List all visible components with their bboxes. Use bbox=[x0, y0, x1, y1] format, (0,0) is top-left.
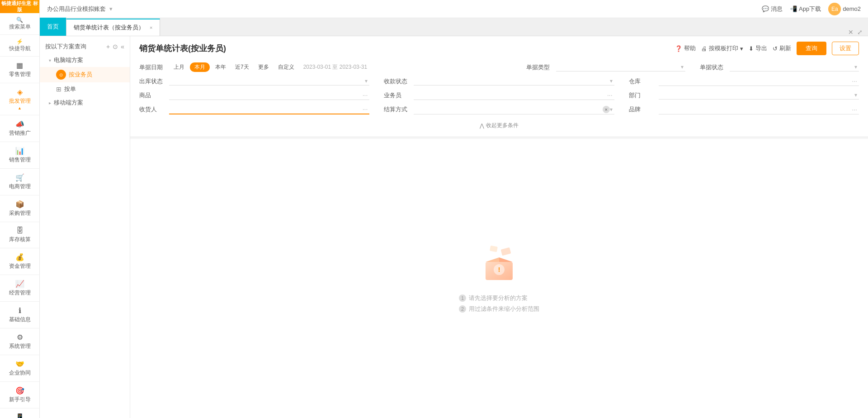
procurement-icon: 📦 bbox=[15, 200, 24, 209]
settings-button[interactable]: 设置 bbox=[832, 42, 859, 55]
receiver-dots-icon[interactable]: ··· bbox=[363, 105, 368, 113]
tab-sales-stats[interactable]: 销货单统计表（按业务员） × bbox=[66, 19, 160, 36]
panel-mobile-label: 移动端方案 bbox=[54, 99, 83, 107]
tab-close-button[interactable]: × bbox=[150, 25, 152, 30]
sidebar-item-finance[interactable]: 💰 资金管理 bbox=[0, 248, 39, 275]
appcenter-icon: 📱 bbox=[15, 413, 24, 418]
date-tab-this-year[interactable]: 本年 bbox=[212, 62, 230, 72]
sidebar-search-label: 搜索菜单 bbox=[0, 23, 39, 31]
quick-nav-icon: ⚡ bbox=[0, 38, 39, 45]
panel-pc-label: 电脑端方案 bbox=[54, 56, 83, 64]
panel-add-icon[interactable]: + bbox=[106, 43, 110, 50]
sidebar-item-sales[interactable]: 📊 销售管理 bbox=[0, 142, 39, 168]
sidebar-item-newbie[interactable]: 🎯 新手引导 bbox=[0, 382, 39, 408]
user-name-label: demo2 bbox=[843, 5, 861, 12]
collapse-button[interactable]: ⋀ 收起更多条件 bbox=[480, 122, 519, 129]
sidebar-logo-text: 畅捷通好生意 标版 bbox=[0, 0, 40, 13]
sidebar-marketing-label: 营销推广 bbox=[9, 129, 31, 137]
sidebar-item-enterprise[interactable]: 🤝 企业协同 bbox=[0, 355, 39, 381]
date-tab-this-month[interactable]: 本月 bbox=[190, 62, 210, 72]
sidebar-quick-nav-item[interactable]: ⚡ 快捷导航 bbox=[0, 35, 39, 57]
top-nav-dropdown-icon[interactable]: ▾ bbox=[109, 5, 113, 12]
filter-row-1: 单据日期 上月 本月 本年 近7天 更多 自定义 2023-03-01 至 20… bbox=[139, 62, 859, 72]
messages-button[interactable]: 💬 消息 bbox=[762, 5, 783, 13]
panel-tree-mobile-root[interactable]: ▸ 移动端方案 bbox=[40, 96, 130, 109]
filter-row-4: 收货人 ··· 结算方式 × ▾ bbox=[139, 104, 859, 114]
salesperson-dot-icon: ⊙ bbox=[59, 72, 63, 77]
panel-header: 按以下方案查询 + ⊙ « bbox=[40, 40, 130, 53]
date-tab-last-month[interactable]: 上月 bbox=[170, 62, 188, 72]
message-icon: 💬 bbox=[762, 5, 769, 12]
sidebar-item-appcenter[interactable]: 📱 应用中心 bbox=[0, 408, 39, 418]
svg-text:!: ! bbox=[498, 266, 500, 273]
department-dropdown-icon[interactable]: ▾ bbox=[854, 92, 857, 98]
sidebar-group-operations: 📈 经营管理 bbox=[0, 275, 39, 302]
empty-tip-1: 1 请先选择要分析的方案 bbox=[459, 294, 539, 302]
sidebar-search-item[interactable]: 🔍 搜索菜单 bbox=[0, 13, 39, 35]
sidebar-item-marketing[interactable]: 📣 营销推广 bbox=[0, 115, 39, 142]
sidebar-item-operations[interactable]: 📈 经营管理 bbox=[0, 275, 39, 301]
filter-field-date: 单据日期 上月 本月 本年 近7天 更多 自定义 2023-03-01 至 20… bbox=[139, 62, 367, 72]
sidebar-baseinfo-label: 基础信息 bbox=[9, 316, 31, 323]
panel-collapse-icon[interactable]: « bbox=[121, 43, 124, 50]
sidebar-group-retail: ▦ 零售管理 bbox=[0, 57, 39, 83]
sidebar-item-ecommerce[interactable]: 🛒 电商管理 bbox=[0, 169, 39, 195]
doc-status-dropdown-icon[interactable]: ▾ bbox=[854, 64, 857, 70]
avatar-text: Ea bbox=[831, 6, 838, 12]
filter-field-doc-type: 单据类型 ▾ bbox=[526, 63, 685, 71]
panel-section-mobile: ▸ 移动端方案 bbox=[40, 96, 130, 109]
settlement-label: 结算方式 bbox=[384, 105, 411, 114]
collapse-bar: ⋀ 收起更多条件 bbox=[139, 119, 859, 131]
sidebar-item-wholesale[interactable]: ◈ 批发管理 ▲ bbox=[0, 83, 39, 115]
warehouse-dots-icon[interactable]: ··· bbox=[852, 77, 857, 85]
goods-label: 商品 bbox=[139, 91, 166, 100]
main-area: 办公用品行业模拟账套 ▾ 💬 消息 📲 App下载 Ea demo2 首页 bbox=[40, 0, 868, 418]
sidebar: 畅捷通好生意 标版 🔍 搜索菜单 ⚡ 快捷导航 ▦ 零售管理 ◈ 批发管理 ▲ … bbox=[0, 0, 40, 418]
sidebar-quick-nav-label: 快捷导航 bbox=[0, 45, 39, 52]
tab-home[interactable]: 首页 bbox=[40, 18, 66, 36]
svg-rect-5 bbox=[501, 247, 511, 256]
panel-tree-salesperson[interactable]: ⊙ 按业务员 bbox=[40, 67, 130, 82]
sidebar-group-finance: 💰 资金管理 bbox=[0, 248, 39, 275]
svg-marker-1 bbox=[486, 257, 499, 262]
content-area: 按以下方案查询 + ⊙ « ▾ 电脑端方案 ⊙ 按业务员 bbox=[40, 36, 868, 418]
panel-tree-pc-root[interactable]: ▾ 电脑端方案 bbox=[40, 53, 130, 67]
doc-type-dropdown-icon[interactable]: ▾ bbox=[681, 64, 684, 70]
user-menu[interactable]: Ea demo2 bbox=[828, 3, 861, 15]
sidebar-item-procurement[interactable]: 📦 采购管理 bbox=[0, 195, 39, 222]
date-filter-label: 单据日期 bbox=[139, 63, 166, 71]
tab-close-window-button[interactable]: ✕ bbox=[848, 28, 854, 36]
panel-settings-icon[interactable]: ⊙ bbox=[113, 43, 118, 50]
template-print-button[interactable]: 🖨 按模板打印 ▾ bbox=[701, 44, 743, 52]
panel-tree-order[interactable]: ⊞ 按单 bbox=[40, 82, 130, 96]
filter-field-department: 部门 ▾ bbox=[629, 91, 859, 100]
panel-section-pc: ▾ 电脑端方案 ⊙ 按业务员 ⊞ 按单 bbox=[40, 53, 130, 96]
date-tab-custom[interactable]: 自定义 bbox=[274, 62, 298, 72]
tip-num-1: 1 bbox=[459, 294, 466, 302]
sidebar-item-baseinfo[interactable]: ℹ 基础信息 bbox=[0, 302, 39, 328]
salesperson-dots-icon[interactable]: ··· bbox=[607, 91, 613, 99]
export-button[interactable]: ⬇ 导出 bbox=[749, 44, 767, 52]
refresh-button[interactable]: ↺ 刷新 bbox=[773, 44, 791, 52]
sidebar-item-system[interactable]: ⚙ 系统管理 bbox=[0, 328, 39, 355]
date-tab-more[interactable]: 更多 bbox=[255, 62, 273, 72]
goods-dots-icon[interactable]: ··· bbox=[363, 91, 368, 99]
sidebar-procurement-label: 采购管理 bbox=[9, 209, 31, 217]
settlement-dropdown-icon[interactable]: ▾ bbox=[610, 106, 613, 113]
query-button[interactable]: 查询 bbox=[797, 42, 826, 55]
out-status-dropdown-icon[interactable]: ▾ bbox=[365, 78, 368, 84]
sidebar-item-retail[interactable]: ▦ 零售管理 bbox=[0, 57, 39, 83]
filter-area: 单据日期 上月 本月 本年 近7天 更多 自定义 2023-03-01 至 20… bbox=[130, 59, 868, 137]
payment-status-dropdown-icon[interactable]: ▾ bbox=[610, 78, 613, 84]
sales-icon: 📊 bbox=[15, 147, 24, 155]
sidebar-logo[interactable]: 畅捷通好生意 标版 bbox=[0, 0, 40, 13]
tab-maximize-button[interactable]: ⤢ bbox=[857, 28, 863, 36]
brand-dots-icon[interactable]: ··· bbox=[852, 106, 857, 113]
filter-field-warehouse: 仓库 ··· bbox=[629, 76, 859, 86]
help-button[interactable]: ❓ 帮助 bbox=[675, 44, 696, 52]
app-download-button[interactable]: 📲 App下载 bbox=[790, 5, 821, 13]
settlement-clear-icon[interactable]: × bbox=[603, 106, 610, 113]
sidebar-item-inventory[interactable]: 🗄 库存核算 bbox=[0, 222, 39, 248]
download-icon: 📲 bbox=[790, 5, 797, 12]
date-tab-7days[interactable]: 近7天 bbox=[231, 62, 253, 72]
